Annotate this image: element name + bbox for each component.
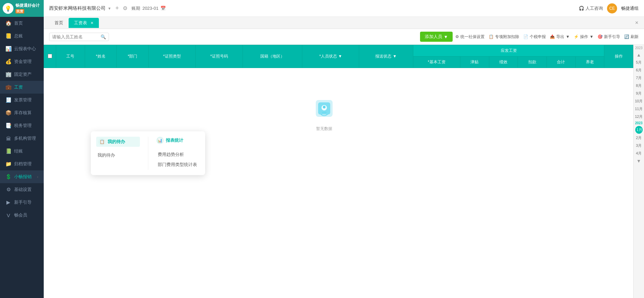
search-icon: 🔍 [101, 34, 106, 39]
month-6[interactable]: 6月 [634, 66, 644, 74]
header-actions: 🎧 人工咨询 CE 畅捷通组 [579, 3, 639, 13]
refresh-btn[interactable]: 🔄 刷新 [624, 34, 639, 40]
tax-report-btn[interactable]: 📄 个税申报 [523, 34, 546, 40]
sidebar-item-ledger[interactable]: 📒 总账 [0, 30, 44, 42]
month-9[interactable]: 9月 [634, 90, 644, 97]
add-person-button[interactable]: 添加人员 ▼ [420, 32, 453, 42]
ledger-icon: 📒 [5, 33, 11, 39]
month-5[interactable]: 5月 [634, 59, 644, 66]
expense-icon: 💲 [5, 174, 11, 180]
sidebar-item-fixed-assets[interactable]: 🏢 固定资产 [0, 68, 44, 81]
inventory-icon: 📦 [5, 110, 11, 116]
sidebar-item-inventory[interactable]: 📦 库存核算 [0, 106, 44, 119]
select-all-checkbox-th[interactable] [44, 45, 56, 68]
sidebar-item-cloud-reports[interactable]: 📊 云报表中心 [0, 42, 44, 55]
sidebar-item-member[interactable]: V 畅会员 [0, 209, 44, 222]
sidebar-item-multi-org[interactable]: 🏛 多机构管理 [0, 132, 44, 145]
month-8[interactable]: 8月 [634, 82, 644, 90]
tax-icon: 📑 [5, 123, 11, 129]
header: 西安虾米网络科技有限公司 ▼ + ⚙ 账期 2023-01 📅 🎧 人工咨询 C… [44, 0, 644, 17]
month-scroll-up[interactable]: ▲ [636, 51, 642, 59]
export-btn[interactable]: 📤 导出 ▼ [550, 34, 570, 40]
reports-icon: 📊 [156, 137, 164, 144]
th-operations: 操作 [604, 45, 633, 68]
social-insurance-btn[interactable]: ⚙ 统一社保设置 [455, 34, 485, 40]
popup-reports-title[interactable]: 📊 报表统计 [156, 137, 200, 146]
tab-payroll[interactable]: 工资表 ✕ [69, 18, 99, 28]
sidebar-item-guide[interactable]: ▶ 新手引导 [0, 196, 44, 209]
svg-point-4 [323, 106, 326, 108]
close-all-tabs[interactable]: ✕ [635, 20, 639, 25]
month-2[interactable]: 2月 [634, 134, 644, 142]
th-pension: 养老 [575, 57, 604, 68]
search-box: 🔍 [49, 33, 109, 41]
sidebar-item-expense[interactable]: 💲 小畅报销 ‹ [0, 170, 44, 183]
th-nationality: 国籍（地区） [243, 45, 302, 68]
user-name: 畅捷通组 [621, 5, 639, 11]
month-4[interactable]: 4月 [634, 150, 644, 157]
tabs-bar: 首页 工资表 ✕ ✕ [44, 17, 644, 29]
popup-todo-item[interactable]: 我的待办 [96, 150, 140, 160]
sidebar-item-closing[interactable]: 📗 结账 [0, 145, 44, 158]
archive-icon: 📁 [5, 161, 11, 167]
period-display: 账期 2023-01 📅 [131, 5, 166, 11]
th-base-salary: *基本工资 [413, 57, 460, 68]
company-name: 西安虾米网络科技有限公司 [49, 5, 106, 11]
sidebar-item-payroll[interactable]: 💼 工资 [0, 81, 44, 94]
toolbar: 🔍 添加人员 ▼ ⚙ 统一社保设置 📋 专项附加扣除 📄 个税申报 📤 导出 ▼ [44, 29, 644, 45]
empty-message: 暂无数据 [316, 126, 332, 132]
popup-trend-item[interactable]: 费用趋势分析 [156, 150, 200, 160]
month-panel: 2023 ▲ 5月 6月 7月 8月 9月 10月 11月 12月 2023 1… [633, 45, 644, 298]
select-all-checkbox[interactable] [48, 54, 52, 58]
special-deduction-btn[interactable]: 📋 专项附加扣除 [489, 34, 519, 40]
settings-icon[interactable]: ⚙ [123, 5, 127, 11]
logo-text: 畅捷通好会计 民营 [15, 3, 40, 13]
guide-btn[interactable]: 🎯 新手引导 [598, 34, 620, 40]
popup-todo-title[interactable]: 📋 我的待办 [96, 137, 140, 147]
finance-icon: 💰 [5, 59, 11, 65]
invoice-icon: 🧾 [5, 97, 11, 103]
th-deduction: 扣款 [518, 57, 547, 68]
th-status: *人员状态 ▼ [302, 45, 359, 68]
logo-icon: 💡 [3, 3, 13, 14]
multi-org-icon: 🏛 [5, 136, 11, 141]
company-selector[interactable]: 西安虾米网络科技有限公司 ▼ [49, 5, 111, 11]
th-total: 合计 [546, 57, 575, 68]
month-7[interactable]: 7月 [634, 74, 644, 82]
th-id-number: *证照号码 [195, 45, 242, 68]
popup-section: 📋 我的待办 我的待办 📊 报表统计 费用趋势分析 部门费用类型统计表 [96, 137, 200, 170]
operations-btn[interactable]: ⚡ 操作 ▼ [574, 34, 594, 40]
month-10[interactable]: 10月 [634, 97, 644, 105]
sidebar-item-tax[interactable]: 📑 税务管理 [0, 119, 44, 132]
tab-close-payroll[interactable]: ✕ [90, 21, 93, 25]
sidebar-item-invoice[interactable]: 🧾 发票管理 [0, 94, 44, 106]
sidebar-item-basic-settings[interactable]: ⚙ 基础设置 [0, 183, 44, 196]
guide-icon: ▶ [5, 199, 11, 205]
company-dropdown-arrow: ▼ [108, 6, 111, 10]
guide-toolbar-icon: 🎯 [598, 34, 603, 39]
month-1-active[interactable]: 1月 [635, 126, 643, 134]
headset-icon: 🎧 [579, 6, 584, 11]
tab-home[interactable]: 首页 [49, 18, 69, 28]
month-11[interactable]: 11月 [634, 105, 644, 113]
sidebar-item-finance[interactable]: 💰 资金管理 [0, 55, 44, 68]
export-dropdown-arrow: ▼ [566, 34, 570, 39]
todo-icon: 📋 [98, 138, 106, 145]
add-company-btn[interactable]: + [115, 5, 119, 12]
search-input[interactable] [52, 34, 99, 39]
month-12[interactable]: 12月 [634, 113, 644, 121]
sidebar-item-home[interactable]: 🏠 首页 [0, 17, 44, 30]
th-department: *部门 [117, 45, 149, 68]
svg-rect-3 [322, 112, 327, 113]
month-3[interactable]: 3月 [634, 142, 644, 150]
toolbar-actions: ⚙ 统一社保设置 📋 专项附加扣除 📄 个税申报 📤 导出 ▼ ⚡ 操作 ▼ [455, 34, 639, 40]
calendar-icon[interactable]: 📅 [160, 6, 166, 11]
month-scroll-down[interactable]: ▼ [636, 157, 642, 165]
sidebar-item-archive[interactable]: 📁 归档管理 [0, 158, 44, 170]
export-icon: 📤 [550, 34, 555, 39]
refresh-icon: 🔄 [624, 34, 629, 39]
popup-divider [148, 137, 148, 170]
customer-service-btn[interactable]: 🎧 人工咨询 [579, 5, 603, 11]
main-content: 西安虾米网络科技有限公司 ▼ + ⚙ 账期 2023-01 📅 🎧 人工咨询 C… [44, 0, 644, 298]
popup-dept-item[interactable]: 部门费用类型统计表 [156, 160, 200, 170]
